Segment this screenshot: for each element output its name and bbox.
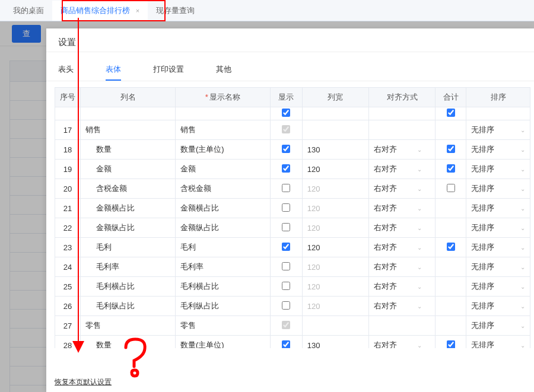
modal-tab-header[interactable]: 表头 bbox=[58, 59, 74, 81]
table-row[interactable]: 18数量数量(主单位)130右对齐⌄无排序⌄ bbox=[55, 140, 530, 160]
cell-lieming[interactable]: 毛利率 bbox=[81, 257, 176, 277]
sort-select[interactable]: 无排序⌄ bbox=[471, 125, 525, 135]
align-select[interactable]: 右对齐⌄ bbox=[374, 281, 430, 292]
align-select[interactable]: 右对齐⌄ bbox=[374, 144, 430, 155]
cell-display-name[interactable]: 毛利 bbox=[175, 238, 270, 257]
sort-select[interactable]: 无排序⌄ bbox=[471, 242, 525, 253]
sort-select[interactable]: 无排序⌄ bbox=[471, 183, 525, 194]
sum-checkbox[interactable] bbox=[447, 145, 455, 153]
show-checkbox[interactable] bbox=[282, 340, 290, 349]
show-checkbox[interactable] bbox=[282, 184, 290, 192]
modal-tab-print[interactable]: 打印设置 bbox=[153, 59, 184, 81]
table-row[interactable]: 23毛利毛利120右对齐⌄无排序⌄ bbox=[55, 238, 530, 257]
cell-lieming[interactable]: 金额横占比 bbox=[81, 199, 176, 218]
tab-desktop[interactable]: 我的桌面 bbox=[5, 1, 52, 21]
cell-lieming[interactable]: 含税金额 bbox=[81, 179, 176, 199]
cell-display-name[interactable]: 毛利纵占比 bbox=[175, 297, 270, 316]
align-select[interactable]: 右对齐⌄ bbox=[374, 183, 430, 194]
align-select[interactable]: 右对齐⌄ bbox=[374, 222, 430, 233]
cell-lieming[interactable]: 金额 bbox=[81, 160, 176, 179]
table-row[interactable]: 25毛利横占比毛利横占比120右对齐⌄无排序⌄ bbox=[55, 277, 530, 297]
cell-align[interactable]: 右对齐⌄ bbox=[368, 257, 435, 277]
cell-colwidth[interactable]: 120 bbox=[302, 199, 368, 218]
cell-align[interactable]: 右对齐⌄ bbox=[368, 179, 435, 199]
cell-align[interactable]: 右对齐⌄ bbox=[368, 297, 435, 316]
cell-align[interactable] bbox=[368, 120, 435, 140]
sum-checkbox[interactable] bbox=[447, 243, 455, 251]
cell-lieming[interactable]: 金额纵占比 bbox=[81, 218, 176, 238]
sort-select[interactable]: 无排序⌄ bbox=[471, 164, 525, 174]
cell-lieming[interactable]: 毛利 bbox=[81, 238, 176, 257]
modal-tab-other[interactable]: 其他 bbox=[216, 59, 231, 81]
sort-select[interactable]: 无排序⌄ bbox=[471, 340, 525, 348]
table-row[interactable]: 26毛利纵占比毛利纵占比120右对齐⌄无排序⌄ bbox=[55, 297, 530, 316]
table-row[interactable]: 28数量数量(主单位)130右对齐⌄无排序⌄ bbox=[55, 336, 530, 349]
cell-colwidth[interactable]: 130 bbox=[302, 336, 368, 349]
sum-checkbox[interactable] bbox=[447, 184, 455, 192]
sort-select[interactable]: 无排序⌄ bbox=[471, 222, 525, 233]
cell-lieming[interactable]: 数量 bbox=[81, 140, 176, 160]
sort-select[interactable]: 无排序⌄ bbox=[471, 203, 525, 213]
show-checkbox[interactable] bbox=[282, 223, 290, 231]
sort-select[interactable]: 无排序⌄ bbox=[471, 144, 525, 155]
cell-display-name[interactable]: 毛利率 bbox=[175, 257, 270, 277]
sum-checkbox[interactable] bbox=[447, 164, 455, 173]
cell-lieming[interactable]: 毛利纵占比 bbox=[81, 297, 176, 316]
sort-select[interactable]: 无排序⌄ bbox=[471, 320, 525, 331]
cell-display-name[interactable]: 销售 bbox=[175, 120, 270, 140]
close-icon[interactable]: × bbox=[136, 7, 139, 14]
show-checkbox[interactable] bbox=[282, 203, 290, 212]
cell-display-name[interactable]: 数量(主单位) bbox=[175, 140, 270, 160]
cell-colwidth[interactable] bbox=[302, 120, 368, 140]
cell-align[interactable]: 右对齐⌄ bbox=[368, 336, 435, 349]
cell-align[interactable] bbox=[368, 316, 435, 336]
sum-checkbox[interactable] bbox=[447, 340, 455, 349]
show-checkbox[interactable] bbox=[282, 262, 290, 270]
table-row[interactable]: 19金额金额120右对齐⌄无排序⌄ bbox=[55, 160, 530, 179]
cell-colwidth[interactable] bbox=[302, 316, 368, 336]
cell-colwidth[interactable]: 120 bbox=[302, 297, 368, 316]
cell-align[interactable]: 右对齐⌄ bbox=[368, 199, 435, 218]
cell-colwidth[interactable]: 120 bbox=[302, 277, 368, 297]
cell-lieming[interactable]: 数量 bbox=[81, 336, 176, 349]
align-select[interactable]: 右对齐⌄ bbox=[374, 164, 430, 174]
align-select[interactable]: 右对齐⌄ bbox=[374, 203, 430, 213]
table-row[interactable]: 17销售销售无排序⌄ bbox=[55, 120, 530, 140]
cell-lieming[interactable]: 零售 bbox=[81, 316, 176, 336]
cell-align[interactable]: 右对齐⌄ bbox=[368, 238, 435, 257]
cell-align[interactable]: 右对齐⌄ bbox=[368, 218, 435, 238]
cell-colwidth[interactable]: 120 bbox=[302, 160, 368, 179]
table-row[interactable]: 22金额纵占比金额纵占比120右对齐⌄无排序⌄ bbox=[55, 218, 530, 238]
cell-lieming[interactable]: 毛利横占比 bbox=[81, 277, 176, 297]
tab-sales-rank[interactable]: 商品销售综合排行榜 × bbox=[52, 1, 148, 21]
cell-align[interactable]: 右对齐⌄ bbox=[368, 140, 435, 160]
cell-lieming[interactable]: 销售 bbox=[81, 120, 176, 140]
cell-align[interactable]: 右对齐⌄ bbox=[368, 160, 435, 179]
modal-tab-body[interactable]: 表体 bbox=[106, 59, 121, 81]
align-select[interactable]: 右对齐⌄ bbox=[374, 242, 430, 253]
show-checkbox[interactable] bbox=[282, 164, 290, 173]
cell-display-name[interactable]: 零售 bbox=[175, 316, 270, 336]
cell-colwidth[interactable]: 120 bbox=[302, 257, 368, 277]
tab-inventory[interactable]: 现存量查询 bbox=[148, 1, 203, 21]
table-row[interactable]: 20含税金额含税金额120右对齐⌄无排序⌄ bbox=[55, 179, 530, 199]
show-checkbox[interactable] bbox=[282, 301, 290, 310]
align-select[interactable]: 右对齐⌄ bbox=[374, 340, 430, 348]
cell-display-name[interactable]: 金额横占比 bbox=[175, 199, 270, 218]
show-checkbox[interactable] bbox=[282, 243, 290, 251]
sort-select[interactable]: 无排序⌄ bbox=[471, 262, 525, 272]
cell-display-name[interactable]: 毛利横占比 bbox=[175, 277, 270, 297]
cell-display-name[interactable]: 数量(主单位) bbox=[175, 336, 270, 349]
table-row[interactable]: 27零售零售无排序⌄ bbox=[55, 316, 530, 336]
show-checkbox[interactable] bbox=[282, 109, 290, 117]
table-row[interactable]: 21金额横占比金额横占比120右对齐⌄无排序⌄ bbox=[55, 199, 530, 218]
table-row[interactable]: 24毛利率毛利率120右对齐⌄无排序⌄ bbox=[55, 257, 530, 277]
cell-display-name[interactable]: 金额纵占比 bbox=[175, 218, 270, 238]
show-checkbox[interactable] bbox=[282, 145, 290, 153]
reset-defaults-link[interactable]: 恢复本页默认设置 bbox=[55, 377, 112, 387]
cell-colwidth[interactable]: 130 bbox=[302, 140, 368, 160]
cell-align[interactable]: 右对齐⌄ bbox=[368, 277, 435, 297]
show-checkbox[interactable] bbox=[282, 282, 290, 290]
cell-colwidth[interactable]: 120 bbox=[302, 218, 368, 238]
align-select[interactable]: 右对齐⌄ bbox=[374, 262, 430, 272]
